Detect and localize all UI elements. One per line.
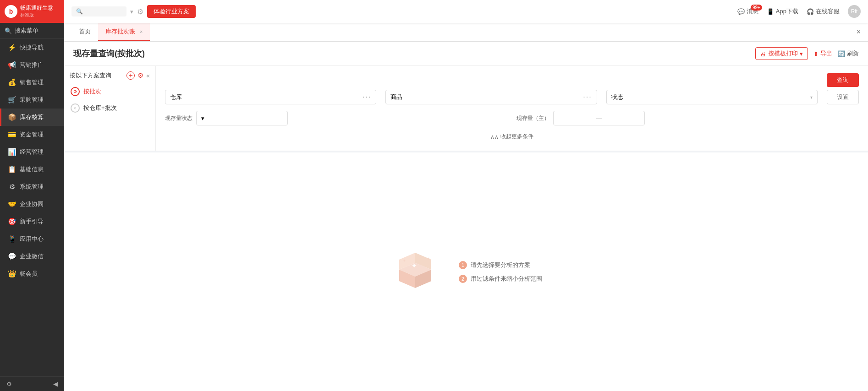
online-service-button[interactable]: 🎧 在线客服	[807, 7, 840, 16]
filter-settings-button[interactable]: 设置	[827, 90, 859, 104]
tab-active-label: 库存批次账	[105, 27, 135, 36]
sidebar-item-label: 资金管理	[20, 130, 44, 139]
filter-fields: 仓库 ··· 商品 ··· 状态 ▾	[156, 66, 868, 151]
sidebar-item-wechat[interactable]: 💬 企业微信	[0, 248, 64, 265]
inventory-status-select[interactable]: ▾	[196, 111, 288, 125]
sidebar-scroll: 🔍 搜索菜单 ⚡ 快捷导航 📢 营销推广 💰 销售管理 🛒 采购管理 📦 库存核…	[0, 23, 64, 376]
sidebar-item-label: 营销推广	[20, 61, 44, 69]
user-name: Rit	[851, 8, 858, 15]
sidebar-item-label: 企业协同	[20, 200, 44, 208]
app-download-button[interactable]: 📱 App下载	[767, 7, 798, 16]
empty-illustration: ✦ ✦ ✦	[390, 244, 445, 299]
tab-home[interactable]: 首页	[71, 23, 98, 41]
purchase-icon: 🛒	[8, 96, 16, 104]
step-2-number: 2	[459, 275, 467, 283]
filter-area: 按以下方案查询 + ⚙ « ⊙ 按批次 ○	[64, 66, 868, 151]
inventory-icon: 📦	[8, 113, 16, 121]
plan-item-by-warehouse-batch[interactable]: ○ 按仓库+批次	[64, 100, 155, 116]
sidebar-item-apps[interactable]: 📱 应用中心	[0, 230, 64, 248]
product-field: 商品 ···	[385, 90, 597, 104]
main-area: 🔍 ▾ ⚙ 体验行业方案 💬 消息 99+ 📱 App下载 🎧 在线客服	[64, 0, 868, 391]
sidebar-item-finance[interactable]: 💳 资金管理	[0, 126, 64, 143]
app-info: 畅康通好生意 标准版	[20, 5, 53, 18]
topbar: 🔍 ▾ ⚙ 体验行业方案 💬 消息 99+ 📱 App下载 🎧 在线客服	[64, 0, 868, 23]
plan-collapse-icon[interactable]: «	[146, 72, 150, 79]
plan-settings-icon[interactable]: ⚙	[137, 71, 143, 80]
inventory-qty-range[interactable]: —	[553, 111, 645, 125]
filter-row-1: 仓库 ··· 商品 ··· 状态 ▾	[165, 73, 859, 104]
sidebar-item-label: 采购管理	[20, 96, 44, 104]
page-content: 现存量查询(按批次) 🖨 按模板打印 ▾ ⬆ 导出 🔄 刷新	[64, 42, 868, 391]
page-title: 现存量查询(按批次)	[73, 48, 145, 59]
printer-icon: 🖨	[760, 50, 766, 57]
empty-state: ✦ ✦ ✦ 1 请先选择要分析的方案 2 用过滤条件来缩小分析范围	[64, 152, 868, 391]
sidebar-collapse-icon[interactable]: ◀	[53, 380, 58, 387]
search-icon: 🔍	[5, 27, 12, 34]
messages-button[interactable]: 💬 消息 99+	[737, 7, 758, 16]
sidebar-search[interactable]: 🔍 搜索菜单	[0, 23, 64, 39]
basic-icon: 📋	[8, 165, 16, 174]
messages-icon: 💬	[737, 8, 745, 15]
export-button[interactable]: ⬆ 导出	[813, 49, 832, 58]
export-label: 导出	[820, 49, 832, 58]
add-plan-icon[interactable]: +	[126, 71, 135, 80]
sidebar-item-member[interactable]: 👑 畅会员	[0, 265, 64, 282]
sidebar-item-guide[interactable]: 🎯 新手引导	[0, 213, 64, 230]
filter-plan-actions: + ⚙ «	[126, 71, 150, 80]
warehouse-input[interactable]: 仓库 ···	[165, 90, 376, 104]
operation-icon: 📊	[8, 148, 16, 156]
sidebar-item-label: 销售管理	[20, 78, 44, 87]
user-menu[interactable]: Rit	[848, 5, 861, 18]
export-icon: ⬆	[813, 50, 819, 57]
app-download-label: App下载	[776, 7, 798, 16]
sidebar-item-basic[interactable]: 📋 基础信息	[0, 161, 64, 178]
topbar-search-box[interactable]: 🔍	[71, 6, 126, 16]
step-1-text: 请先选择要分析的方案	[471, 261, 530, 269]
inventory-qty-field: 现存量（主） —	[516, 111, 859, 125]
tabbar-close-right[interactable]: ×	[857, 28, 861, 36]
app-version: 标准版	[20, 12, 53, 18]
sidebar-item-sales[interactable]: 💰 销售管理	[0, 74, 64, 91]
refresh-button[interactable]: 🔄 刷新	[838, 49, 859, 58]
product-input[interactable]: 商品 ···	[385, 90, 597, 104]
collapse-more-label: 收起更多条件	[500, 133, 533, 141]
status-select[interactable]: 状态 ▾	[606, 90, 818, 104]
sidebar-settings-icon[interactable]: ⚙	[6, 380, 12, 387]
template-print-button[interactable]: 🖨 按模板打印 ▾	[755, 47, 808, 60]
template-print-label: 按模板打印	[768, 49, 798, 58]
chevron-down-icon: ▾	[800, 50, 803, 57]
sidebar-item-marketing[interactable]: 📢 营销推广	[0, 56, 64, 74]
sidebar-item-enterprise[interactable]: 🤝 企业协同	[0, 196, 64, 213]
sidebar-item-operation[interactable]: 📊 经营管理	[0, 143, 64, 161]
trial-button[interactable]: 体验行业方案	[147, 5, 196, 18]
plan-item-by-batch[interactable]: ⊙ 按批次	[64, 83, 155, 100]
collapse-more-button[interactable]: ∧∧ 收起更多条件	[165, 130, 859, 143]
finance-icon: 💳	[8, 130, 16, 139]
sidebar-item-system[interactable]: ⚙ 系统管理	[0, 178, 64, 196]
product-dots: ···	[583, 93, 592, 101]
search-label: 搜索菜单	[15, 27, 38, 35]
tab-inventory-batch[interactable]: 库存批次账 ×	[98, 23, 150, 41]
topbar-chevron-icon[interactable]: ▾	[130, 8, 133, 15]
empty-content: ✦ ✦ ✦ 1 请先选择要分析的方案 2 用过滤条件来缩小分析范围	[390, 244, 542, 299]
inventory-qty-dash: —	[596, 115, 602, 122]
marketing-icon: 📢	[8, 61, 16, 69]
page-header-actions: 🖨 按模板打印 ▾ ⬆ 导出 🔄 刷新	[755, 47, 859, 60]
empty-step-2: 2 用过滤条件来缩小分析范围	[459, 275, 542, 283]
sidebar-item-label: 快捷导航	[20, 43, 44, 52]
query-button[interactable]: 查询	[827, 73, 859, 87]
sidebar-item-purchase[interactable]: 🛒 采购管理	[0, 91, 64, 109]
status-chevron-icon: ▾	[810, 95, 813, 100]
sidebar-item-label: 新手引导	[20, 217, 44, 226]
filter-plan-section: 按以下方案查询 + ⚙ « ⊙ 按批次 ○	[64, 66, 156, 151]
wechat-icon: 💬	[8, 252, 16, 261]
sidebar-item-quick-nav[interactable]: ⚡ 快捷导航	[0, 39, 64, 56]
tab-home-label: 首页	[79, 27, 91, 36]
filter-plan-header: 按以下方案查询 + ⚙ «	[64, 71, 155, 83]
sidebar-item-inventory[interactable]: 📦 库存核算	[0, 109, 64, 126]
plan-warehouse-batch-label: 按仓库+批次	[83, 104, 117, 112]
filter-actions: 查询 设置	[827, 73, 859, 104]
plan-warehouse-batch-icon: ○	[71, 103, 80, 113]
tab-close-icon[interactable]: ×	[140, 29, 143, 34]
topbar-settings-icon[interactable]: ⚙	[137, 7, 143, 16]
